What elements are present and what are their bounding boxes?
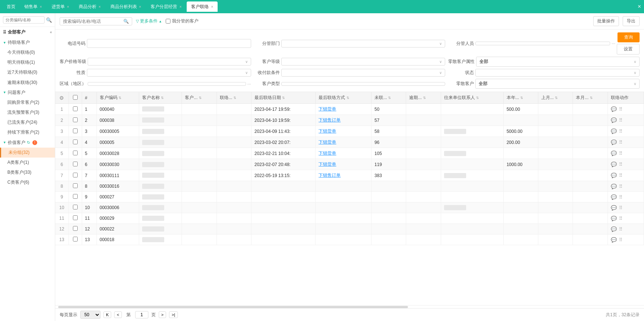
grid-action-icon[interactable]: ⠿ xyxy=(619,194,623,200)
problem-customers-group[interactable]: ▼ 问题客户 xyxy=(0,88,55,98)
grid-action-icon[interactable]: ⠿ xyxy=(619,106,623,112)
td-checkbox[interactable] xyxy=(68,104,82,115)
row-checkbox[interactable] xyxy=(73,183,78,188)
td-checkbox[interactable] xyxy=(68,170,82,181)
filter-dept-select[interactable]: ∨ xyxy=(281,40,446,47)
sidebar-collapse-icon[interactable]: « xyxy=(50,30,52,34)
horizontal-scrollbar[interactable] xyxy=(55,305,644,308)
row-checkbox[interactable] xyxy=(73,106,78,111)
grid-action-icon[interactable]: ⠿ xyxy=(619,117,623,123)
sidebar-item-churn-warning[interactable]: 流失预警客户(3) xyxy=(0,107,55,117)
th-contact-person[interactable]: 往来单位联系人 ⇅ xyxy=(441,92,503,104)
td-checkbox[interactable] xyxy=(68,148,82,159)
manager-more-icon[interactable]: ··· xyxy=(612,41,615,46)
td-last-method[interactable]: 下销货单 xyxy=(316,104,372,115)
window-close-button[interactable]: × xyxy=(638,3,641,10)
message-icon[interactable]: 💬 xyxy=(611,216,617,221)
region-more-icon[interactable]: ··· xyxy=(247,81,251,87)
row-checkbox[interactable] xyxy=(73,140,78,144)
td-last-method[interactable] xyxy=(316,224,372,234)
tab-product-analysis[interactable]: 商品分析 × xyxy=(74,1,105,12)
message-icon[interactable]: 💬 xyxy=(611,140,617,145)
last-method-link[interactable]: 下销售订单 xyxy=(319,173,341,178)
filter-payment-select[interactable]: ∨ xyxy=(281,69,446,77)
last-method-link[interactable]: 下销货单 xyxy=(319,128,336,134)
my-customers-checkbox[interactable] xyxy=(166,19,170,24)
filter-price-level-select[interactable]: ∨ xyxy=(88,58,251,66)
grid-action-icon[interactable]: ⠿ xyxy=(619,205,623,211)
td-checkbox[interactable] xyxy=(68,192,82,202)
row-checkbox[interactable] xyxy=(73,226,78,231)
close-product-analysis-tab[interactable]: × xyxy=(99,5,101,9)
row-checkbox[interactable] xyxy=(73,194,78,199)
export-btn[interactable]: 导出 xyxy=(623,16,640,26)
row-checkbox[interactable] xyxy=(73,117,78,122)
sidebar-item-class-b[interactable]: B类客户(33) xyxy=(0,167,55,177)
sidebar-item-churned[interactable]: 已流失客户(24) xyxy=(0,117,55,127)
grid-action-icon[interactable]: ⠿ xyxy=(619,184,623,189)
tab-product-analysis-list[interactable]: 商品分析列表 × xyxy=(106,1,146,12)
sidebar-item-class-a[interactable]: A类客户(1) xyxy=(0,158,55,167)
reset-button[interactable]: 设置 xyxy=(617,44,640,54)
th-last-date[interactable]: 最后联络日期 ⇅ xyxy=(251,92,316,104)
row-checkbox[interactable] xyxy=(73,128,78,133)
grid-action-icon[interactable]: ⠿ xyxy=(619,226,623,232)
sidebar-item-tomorrow[interactable]: 明天待联络(1) xyxy=(0,57,55,67)
settings-gear-icon[interactable]: ⚙ xyxy=(59,95,64,101)
row-checkbox[interactable] xyxy=(73,215,78,220)
last-method-link[interactable]: 下销货单 xyxy=(319,106,336,112)
message-icon[interactable]: 💬 xyxy=(611,226,617,232)
td-last-method[interactable]: 下销售订单 xyxy=(316,170,372,181)
first-page-btn[interactable]: K xyxy=(103,311,111,318)
filter-customer-type-select[interactable] xyxy=(281,82,446,86)
sidebar-item-today[interactable]: 今天待联络(0) xyxy=(0,47,55,57)
td-last-method[interactable]: 下销货单 xyxy=(316,137,372,148)
search-magnifier-icon[interactable]: 🔍 xyxy=(123,19,129,24)
grid-action-icon[interactable]: ⠿ xyxy=(619,140,623,145)
waiting-contact-group[interactable]: ▼ 待联络客户 xyxy=(0,38,55,47)
page-size-select[interactable]: 50 100 xyxy=(80,311,101,319)
filter-customer-level-select[interactable]: ∨ xyxy=(281,58,446,66)
th-contact[interactable]: 联络... ⇅ xyxy=(217,92,251,104)
message-icon[interactable]: 💬 xyxy=(611,117,617,123)
filter-retail-attr-select[interactable]: 全部 ∨ xyxy=(476,57,640,67)
last-method-link[interactable]: 下销售订单 xyxy=(319,117,341,123)
th-this-month[interactable]: 本月... ⇅ xyxy=(573,92,608,104)
message-icon[interactable]: 💬 xyxy=(611,184,617,189)
th-uncontacted[interactable]: 未联... ⇅ xyxy=(372,92,406,104)
td-checkbox[interactable] xyxy=(68,115,82,126)
value-refresh-icon[interactable]: ↻ xyxy=(27,140,30,145)
sidebar-item-overdue[interactable]: 逾期未联络(30) xyxy=(0,78,55,88)
th-settings[interactable]: ⚙ xyxy=(55,92,68,104)
select-all-checkbox[interactable] xyxy=(73,95,78,100)
batch-operation-btn[interactable]: 批量操作 xyxy=(593,16,619,26)
td-checkbox[interactable] xyxy=(68,159,82,170)
grid-action-icon[interactable]: ⠿ xyxy=(619,216,623,221)
th-last-method[interactable]: 最后联络方式 ⇅ xyxy=(316,92,372,104)
th-overdue[interactable]: 逾期... ⇅ xyxy=(406,92,441,104)
row-checkbox[interactable] xyxy=(73,173,78,177)
last-method-link[interactable]: 下销货单 xyxy=(319,162,336,167)
td-checkbox[interactable] xyxy=(68,234,82,245)
close-sales-tab[interactable]: × xyxy=(40,5,42,9)
th-last-month[interactable]: 上月... ⇅ xyxy=(538,92,573,104)
grid-action-icon[interactable]: ⠿ xyxy=(619,128,623,134)
sidebar-search-input[interactable] xyxy=(3,16,45,24)
message-icon[interactable]: 💬 xyxy=(611,128,617,134)
close-purchase-tab[interactable]: × xyxy=(67,5,69,9)
row-checkbox[interactable] xyxy=(73,151,78,155)
th-type[interactable]: 客户... ⇅ xyxy=(182,92,217,104)
filter-manager-select[interactable] xyxy=(475,42,610,45)
th-code[interactable]: 客户编码 ⇅ xyxy=(96,92,139,104)
filter-status-select[interactable]: ∨ xyxy=(475,69,640,77)
td-last-method[interactable] xyxy=(316,213,372,224)
row-checkbox[interactable] xyxy=(73,237,78,241)
th-this-year[interactable]: 本年... ⇅ xyxy=(503,92,538,104)
message-icon[interactable]: 💬 xyxy=(611,194,617,200)
sidebar-item-ungrouped[interactable]: 未分组(32) xyxy=(0,148,55,158)
td-checkbox[interactable] xyxy=(68,137,82,148)
th-checkbox[interactable] xyxy=(68,92,82,104)
grid-action-icon[interactable]: ⠿ xyxy=(619,173,623,178)
sidebar-item-7days[interactable]: 近7天待联络(0) xyxy=(0,67,55,77)
filter-phone-input[interactable] xyxy=(87,39,251,48)
